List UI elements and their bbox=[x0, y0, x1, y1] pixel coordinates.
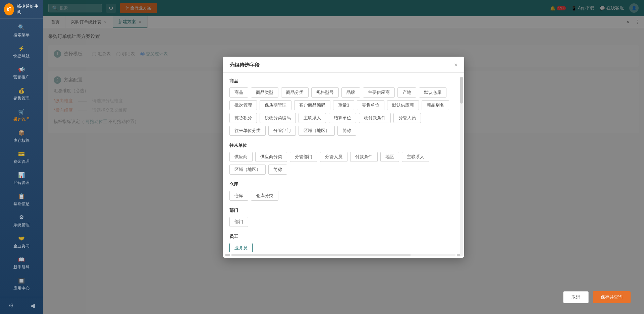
hscroll-track[interactable] bbox=[231, 254, 455, 256]
basic-nav-icon: 📋 bbox=[18, 192, 25, 200]
section-employee-title: 员工 bbox=[229, 234, 458, 240]
sidebar-item-app-center-label: 应用中心 bbox=[13, 286, 30, 291]
field-tag-partner-1[interactable]: 供应商分类 bbox=[255, 152, 287, 162]
sidebar-bottom: ⚙ ◀ bbox=[0, 297, 43, 314]
field-tag-product-0[interactable]: 商品 bbox=[229, 87, 248, 98]
sidebar-item-coop[interactable]: 🤝 企业协同 bbox=[0, 231, 43, 252]
field-tag-product-22[interactable]: 分管部门 bbox=[268, 126, 296, 136]
field-tag-product-9[interactable]: 保质期管理 bbox=[260, 100, 291, 110]
field-tag-product-23[interactable]: 区域（地区） bbox=[299, 126, 335, 136]
field-tag-product-12[interactable]: 零售单位 bbox=[357, 100, 384, 110]
hscroll-thumb[interactable] bbox=[231, 254, 411, 256]
modal-body: 商品 商品 商品类型 商品分类 规格型号 品牌 主要供应商 产地 默认仓库 批次… bbox=[223, 73, 464, 252]
modal-hscroll-bar bbox=[223, 252, 464, 258]
sidebar-item-search[interactable]: 🔍 搜索菜单 bbox=[0, 20, 43, 41]
modal-scrollbar-thumb[interactable] bbox=[460, 77, 463, 104]
field-tag-partner-3[interactable]: 分管人员 bbox=[320, 152, 347, 162]
sidebar-item-purchase-label: 采购管理 bbox=[13, 117, 30, 122]
field-tag-partner-8[interactable]: 简称 bbox=[268, 165, 287, 175]
field-tag-partner-5[interactable]: 地区 bbox=[380, 152, 399, 162]
coop-nav-icon: 🤝 bbox=[18, 235, 25, 242]
sidebar-item-basic-label: 基础信息 bbox=[13, 201, 30, 207]
sidebar-item-finance-label: 资金管理 bbox=[13, 159, 30, 165]
section-warehouse-title: 仓库 bbox=[229, 181, 458, 187]
field-tag-product-20[interactable]: 分管人员 bbox=[393, 113, 421, 123]
field-tag-product-18[interactable]: 结算单位 bbox=[329, 113, 356, 123]
field-tag-product-16[interactable]: 税收分类编码 bbox=[260, 113, 296, 123]
modal-dialog: 分组待选字段 × 商品 商品 商品类型 商品分类 规格型号 品牌 主要供应商 产… bbox=[223, 57, 464, 258]
section-department: 部门 部门 bbox=[229, 207, 458, 227]
section-employee: 员工 业务员 bbox=[229, 234, 458, 252]
field-tag-product-14[interactable]: 商品别名 bbox=[422, 100, 449, 110]
sidebar-item-operations[interactable]: 📊 经营管理 bbox=[0, 168, 43, 189]
cancel-button[interactable]: 取消 bbox=[563, 291, 589, 303]
modal-close-button[interactable]: × bbox=[454, 62, 458, 68]
search-nav-icon: 🔍 bbox=[18, 23, 25, 31]
sidebar-item-system[interactable]: ⚙ 系统管理 bbox=[0, 210, 43, 231]
field-tag-warehouse-1[interactable]: 仓库分类 bbox=[251, 191, 278, 201]
operations-nav-icon: 📊 bbox=[18, 171, 25, 179]
field-tag-product-15[interactable]: 拣货积分 bbox=[229, 113, 257, 123]
modal-scrollbar-track[interactable] bbox=[460, 77, 463, 256]
field-tag-product-24[interactable]: 简称 bbox=[337, 126, 356, 136]
sidebar-item-purchase[interactable]: 🛒 采购管理 bbox=[0, 105, 43, 126]
inventory-nav-icon: 📦 bbox=[18, 129, 25, 136]
sidebar-item-basic[interactable]: 📋 基础信息 bbox=[0, 189, 43, 210]
field-tag-product-17[interactable]: 主联系人 bbox=[299, 113, 326, 123]
field-tag-partner-0[interactable]: 供应商 bbox=[229, 152, 253, 162]
field-tag-employee-0[interactable]: 业务员 bbox=[229, 243, 253, 252]
sidebar-item-system-label: 系统管理 bbox=[13, 222, 30, 228]
logo-icon: 好 bbox=[4, 3, 14, 15]
section-product: 商品 商品 商品类型 商品分类 规格型号 品牌 主要供应商 产地 默认仓库 批次… bbox=[229, 78, 458, 136]
field-tag-product-1[interactable]: 商品类型 bbox=[251, 87, 278, 98]
section-warehouse-tags: 仓库 仓库分类 bbox=[229, 191, 458, 201]
field-tag-product-7[interactable]: 默认仓库 bbox=[419, 87, 446, 98]
sidebar-item-newbie-label: 新手引导 bbox=[13, 264, 30, 270]
field-tag-product-5[interactable]: 主要供应商 bbox=[363, 87, 395, 98]
section-product-title: 商品 bbox=[229, 78, 458, 84]
field-tag-product-4[interactable]: 品牌 bbox=[341, 87, 360, 98]
purchase-nav-icon: 🛒 bbox=[18, 108, 25, 115]
field-tag-product-8[interactable]: 批次管理 bbox=[229, 100, 257, 110]
sidebar-item-inventory-label: 库存核算 bbox=[13, 138, 30, 143]
sidebar-item-shortcut[interactable]: ⚡ 快捷导航 bbox=[0, 41, 43, 62]
field-tag-product-6[interactable]: 产地 bbox=[397, 87, 416, 98]
sales-nav-icon: 💰 bbox=[18, 87, 25, 94]
field-tag-product-10[interactable]: 客户商品编码 bbox=[294, 100, 330, 110]
field-tag-partner-7[interactable]: 区域（地区） bbox=[229, 165, 266, 175]
hscroll-left-btn[interactable] bbox=[225, 254, 230, 256]
app-center-nav-icon: 🔲 bbox=[18, 277, 25, 284]
field-tag-product-19[interactable]: 收付款条件 bbox=[359, 113, 391, 123]
modal-overlay: 分组待选字段 × 商品 商品 商品类型 商品分类 规格型号 品牌 主要供应商 产… bbox=[43, 0, 644, 314]
section-partner-tags: 供应商 供应商分类 分管部门 分管人员 付款条件 地区 主联系人 区域（地区） … bbox=[229, 152, 458, 175]
newbie-nav-icon: 📖 bbox=[18, 256, 25, 263]
field-tag-warehouse-0[interactable]: 仓库 bbox=[229, 191, 248, 201]
field-tag-product-11[interactable]: 重量3 bbox=[333, 100, 354, 110]
section-department-title: 部门 bbox=[229, 207, 458, 213]
modal-footer: 取消 保存并查询 bbox=[563, 291, 631, 303]
sidebar-item-inventory[interactable]: 📦 库存核算 bbox=[0, 126, 43, 147]
sidebar-item-newbie[interactable]: 📖 新手引导 bbox=[0, 252, 43, 273]
sidebar-item-finance[interactable]: 💳 资金管理 bbox=[0, 147, 43, 168]
sidebar-logo: 好 畅捷通好生意 bbox=[0, 0, 43, 19]
save-query-button[interactable]: 保存并查询 bbox=[593, 291, 631, 303]
settings-bottom-icon[interactable]: ⚙ bbox=[6, 300, 16, 311]
sidebar-item-app-center[interactable]: 🔲 应用中心 bbox=[0, 273, 43, 295]
field-tag-product-21[interactable]: 往来单位分类 bbox=[229, 126, 266, 136]
finance-nav-icon: 💳 bbox=[18, 150, 25, 158]
field-tag-product-3[interactable]: 规格型号 bbox=[311, 87, 339, 98]
sidebar-item-sales[interactable]: 💰 销售管理 bbox=[0, 83, 43, 105]
section-partner-title: 往来单位 bbox=[229, 142, 458, 148]
field-tag-product-2[interactable]: 商品分类 bbox=[281, 87, 309, 98]
field-tag-product-13[interactable]: 默认供应商 bbox=[387, 100, 419, 110]
sidebar-item-marketing[interactable]: 📢 营销推广 bbox=[0, 62, 43, 83]
modal-title: 分组待选字段 bbox=[229, 62, 260, 68]
sidebar-item-operations-label: 经营管理 bbox=[13, 180, 30, 186]
field-tag-partner-2[interactable]: 分管部门 bbox=[290, 152, 317, 162]
field-tag-partner-6[interactable]: 主联系人 bbox=[402, 152, 429, 162]
sidebar-item-wechat[interactable]: 💬 企业微信 bbox=[0, 295, 43, 297]
marketing-nav-icon: 📢 bbox=[18, 66, 25, 73]
field-tag-partner-4[interactable]: 付款条件 bbox=[350, 152, 378, 162]
field-tag-department-0[interactable]: 部门 bbox=[229, 217, 248, 227]
collapse-bottom-icon[interactable]: ◀ bbox=[28, 300, 37, 311]
